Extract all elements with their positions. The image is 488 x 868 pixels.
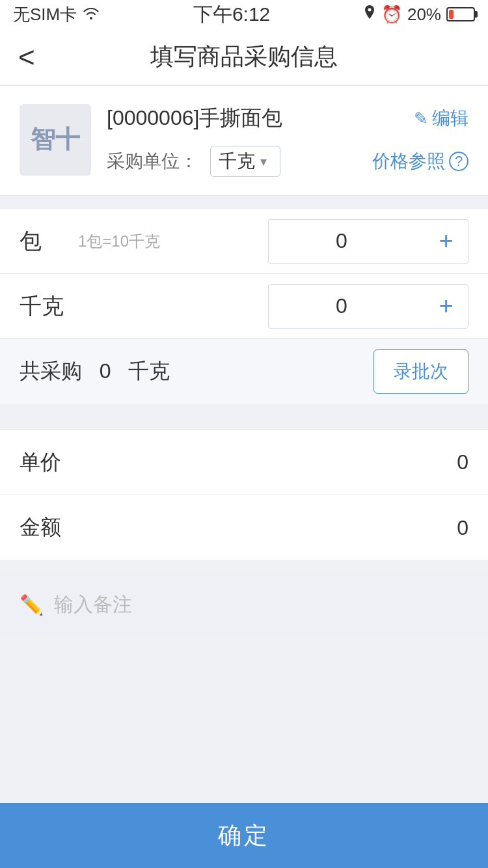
quantity-row-kg: 千克 +	[0, 274, 488, 339]
unit-select[interactable]: 千克 ▾	[210, 146, 280, 177]
wifi-icon	[82, 5, 100, 25]
unit-price-label: 单价	[20, 448, 61, 477]
unit-label: 采购单位：	[107, 151, 198, 171]
qty-plus-button-bag[interactable]: +	[424, 219, 468, 264]
status-time: 下午6:12	[193, 1, 270, 28]
pencil-icon: ✏️	[20, 593, 44, 616]
carrier-text: 无SIM卡	[13, 3, 77, 26]
location-icon	[363, 5, 376, 25]
quantity-row-bag: 包 1包=10千克 +	[0, 209, 488, 274]
product-thumbnail: 智十	[20, 104, 91, 176]
product-name-row: [0000006]手撕面包 ✎ 编辑	[107, 104, 468, 133]
unit-value: 千克	[219, 149, 255, 174]
price-section: 单价 0 金额 0	[0, 430, 488, 560]
remark-placeholder: 输入备注	[54, 591, 132, 618]
section-divider-2	[0, 404, 488, 417]
qty-label-kg: 千克	[20, 292, 72, 321]
product-unit-row: 采购单位： 千克 ▾ 价格参照 ?	[107, 146, 468, 177]
info-icon: ?	[449, 152, 468, 171]
quantity-section: 包 1包=10千克 + 千克 + 共采购 0 千克 录批次	[0, 209, 488, 404]
product-info: [0000006]手撕面包 ✎ 编辑 采购单位： 千克 ▾ 价格参照 ?	[107, 104, 468, 177]
product-card: 智十 [0000006]手撕面包 ✎ 编辑 采购单位： 千克 ▾	[0, 86, 488, 196]
product-logo: 智十	[31, 126, 80, 154]
total-row: 共采购 0 千克 录批次	[0, 339, 488, 404]
alarm-icon: ⏰	[381, 5, 402, 25]
qty-input-bag[interactable]	[268, 219, 424, 264]
status-bar: 无SIM卡 下午6:12 ⏰ 20%	[0, 0, 488, 29]
batch-button[interactable]: 录批次	[373, 349, 468, 394]
amount-label: 金额	[20, 513, 61, 542]
confirm-button[interactable]: 确定	[0, 803, 488, 868]
edit-icon: ✎	[414, 109, 428, 129]
back-button[interactable]: <	[18, 43, 35, 72]
section-divider-1	[0, 196, 488, 209]
total-text: 共采购 0 千克	[20, 357, 170, 386]
qty-input-wrap-bag: +	[268, 219, 468, 264]
price-row-amount: 金额 0	[0, 495, 488, 560]
qty-label-bag: 包	[20, 226, 72, 256]
qty-input-kg[interactable]	[268, 284, 424, 329]
total-value: 0	[100, 359, 111, 383]
main-content: 智十 [0000006]手撕面包 ✎ 编辑 采购单位： 千克 ▾	[0, 86, 488, 701]
battery-icon	[446, 7, 475, 21]
unit-price-value: 0	[457, 450, 468, 474]
page-title: 填写商品采购信息	[150, 41, 338, 73]
amount-value: 0	[457, 516, 468, 540]
status-left: 无SIM卡	[13, 3, 100, 26]
price-row-unit: 单价 0	[0, 430, 488, 495]
price-reference-button[interactable]: 价格参照 ?	[372, 149, 468, 174]
nav-bar: < 填写商品采购信息	[0, 29, 488, 86]
product-full-name: [0000006]手撕面包	[107, 104, 282, 133]
unit-selector-wrap: 采购单位： 千克 ▾	[107, 146, 280, 177]
edit-label: 编辑	[432, 106, 468, 131]
dropdown-arrow-icon: ▾	[260, 154, 267, 169]
qty-plus-button-kg[interactable]: +	[424, 284, 468, 329]
total-unit: 千克	[128, 359, 170, 383]
svg-point-0	[368, 8, 371, 11]
price-ref-label: 价格参照	[372, 149, 445, 174]
qty-input-wrap-kg: +	[268, 284, 468, 329]
remark-section[interactable]: ✏️ 输入备注	[0, 573, 488, 636]
qty-sub-label-bag: 1包=10千克	[78, 231, 160, 252]
battery-percent: 20%	[407, 5, 441, 25]
edit-button[interactable]: ✎ 编辑	[414, 106, 468, 131]
total-label: 共采购	[20, 359, 82, 383]
status-right: ⏰ 20%	[363, 5, 475, 25]
